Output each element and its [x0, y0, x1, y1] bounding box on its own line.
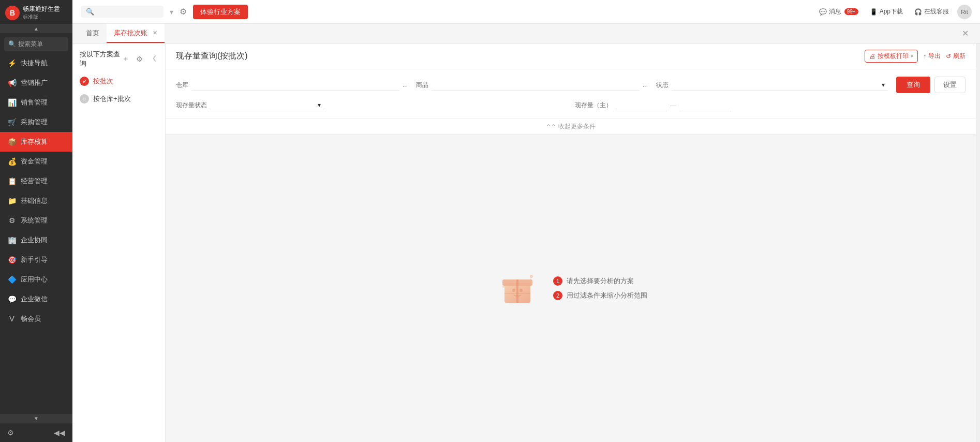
collapse-panel-btn[interactable]: 《	[147, 54, 158, 64]
export-btn[interactable]: ↑ 导出	[923, 52, 941, 61]
app-download-label: App下载	[880, 7, 903, 16]
warehouse-input[interactable]	[191, 79, 399, 91]
user-avatar[interactable]: Rit	[957, 5, 972, 19]
empty-box-svg	[494, 265, 541, 312]
sidebar-item-app-center[interactable]: 🔷 应用中心	[0, 270, 72, 289]
export-icon: ↑	[923, 53, 926, 60]
plan-label-by-warehouse-batch: 按仓库+批次	[93, 94, 131, 104]
sidebar-item-finance[interactable]: 💰 资金管理	[0, 152, 72, 171]
sidebar-item-label: 库存核算	[21, 137, 48, 146]
page-header: 现存量查询(按批次) 🖨 按模板打印 ▾ ↑ 导出 ↺ 刷新	[166, 43, 976, 69]
product-more-btn[interactable]: ...	[643, 81, 648, 89]
topbar-gear-icon[interactable]: ⚙	[180, 7, 187, 17]
footer-settings-icon[interactable]: ⚙	[7, 429, 14, 437]
filter-product-field: 商品 ...	[416, 79, 648, 91]
empty-step-2: 2 用过滤条件来缩小分析范围	[553, 291, 647, 300]
sidebar-item-purchase[interactable]: 🛒 采购管理	[0, 112, 72, 132]
collapse-label: 收起更多条件	[558, 122, 596, 131]
operations-icon: 📋	[7, 177, 17, 185]
sidebar-item-enterprise[interactable]: 🏢 企业协同	[0, 230, 72, 250]
add-plan-btn[interactable]: ＋	[121, 54, 131, 64]
system-icon: ⚙	[7, 216, 17, 225]
footer-collapse-icon[interactable]: ◀◀	[54, 429, 65, 437]
collapse-icon: 《	[149, 54, 156, 64]
refresh-label: 刷新	[953, 52, 966, 61]
tabs-close-all-btn[interactable]: ✕	[957, 24, 974, 43]
sidebar-item-basic-info[interactable]: 📁 基础信息	[0, 191, 72, 211]
inventory-qty-min-input[interactable]	[615, 99, 667, 111]
query-button[interactable]: 查询	[896, 77, 930, 93]
right-scrollbar[interactable]	[976, 43, 980, 442]
app-title: 畅康通好生意	[23, 5, 60, 13]
experience-industry-button[interactable]: 体验行业方案	[193, 5, 248, 19]
inventory-status-select[interactable]: ▾	[210, 99, 324, 111]
sidebar-search[interactable]: 🔍 搜索菜单	[4, 37, 68, 51]
app-logo: B	[5, 6, 20, 20]
sidebar-item-label: 经营管理	[21, 176, 48, 186]
sidebar-item-wechat[interactable]: 💬 企业微信	[0, 289, 72, 309]
sidebar-item-label: 销售管理	[21, 98, 48, 107]
search-icon: 🔍	[8, 40, 16, 48]
inventory-icon: 📦	[7, 138, 17, 146]
left-panel-actions: ＋ ⚙ 《	[121, 54, 158, 64]
warehouse-more-btn[interactable]: ...	[403, 81, 408, 89]
messages-label: 消息	[829, 7, 841, 16]
empty-steps: 1 请先选择要分析的方案 2 用过滤条件来缩小分析范围	[553, 276, 647, 300]
sidebar-item-label: 采购管理	[21, 117, 48, 127]
step-1-number: 1	[553, 276, 562, 286]
sidebar-item-label: 营销推广	[21, 78, 48, 87]
sidebar-item-newbie[interactable]: 🎯 新手引导	[0, 250, 72, 270]
tab-inventory-batch[interactable]: 库存批次账 ✕	[107, 24, 165, 43]
collapse-bar[interactable]: ⌃⌃ 收起更多条件	[166, 119, 976, 135]
finance-icon: 💰	[7, 157, 17, 166]
sidebar-item-system[interactable]: ⚙ 系统管理	[0, 211, 72, 230]
tab-close-icon[interactable]: ✕	[153, 30, 157, 36]
topbar-search-box[interactable]: 🔍	[81, 6, 164, 18]
sidebar-item-member[interactable]: V 畅会员	[0, 309, 72, 329]
sidebar-item-quick-nav[interactable]: ⚡ 快捷导航	[0, 53, 72, 73]
inventory-status-label: 现存量状态	[176, 101, 207, 110]
sidebar-scroll-up[interactable]: ▲	[0, 24, 72, 33]
status-dropdown-icon: ▾	[882, 81, 885, 89]
setting-button[interactable]: 设置	[934, 77, 966, 93]
online-service-btn[interactable]: 🎧 在线客服	[911, 5, 952, 18]
warehouse-label: 仓库	[176, 81, 188, 90]
plan-item-by-warehouse-batch[interactable]: ○ 按仓库+批次	[72, 90, 165, 108]
step-2-number: 2	[553, 291, 562, 300]
filter-area: 仓库 ... 商品 ... 状态 ▾	[166, 69, 976, 119]
plan-item-by-batch[interactable]: ✓ 按批次	[72, 72, 165, 90]
filter-status-field: 状态 ▾	[656, 79, 888, 91]
sidebar-item-inventory[interactable]: 📦 库存核算	[0, 132, 72, 152]
filter-action-btns: 查询 设置	[896, 77, 966, 93]
topbar-dropdown-icon[interactable]: ▾	[170, 8, 173, 16]
sidebar: B 畅康通好生意 标准版 ▲ 🔍 搜索菜单 ⚡ 快捷导航 📢 营销推广 📊 销售…	[0, 0, 72, 442]
svg-point-4	[530, 275, 533, 278]
inventory-qty-max-input[interactable]	[679, 99, 731, 111]
sidebar-item-operations[interactable]: 📋 经营管理	[0, 171, 72, 191]
filter-warehouse-field: 仓库 ...	[176, 79, 408, 91]
tab-home[interactable]: 首页	[79, 24, 107, 43]
sidebar-scroll-down[interactable]: ▼	[0, 414, 72, 423]
purchase-icon: 🛒	[7, 118, 17, 126]
app-download-btn[interactable]: 📱 App下载	[867, 5, 906, 18]
sidebar-item-label: 基础信息	[21, 196, 48, 205]
print-template-btn[interactable]: 🖨 按模板打印 ▾	[865, 50, 918, 63]
app-center-icon: 🔷	[7, 275, 17, 284]
product-input[interactable]	[432, 79, 640, 91]
print-icon: 🖨	[869, 53, 875, 60]
sidebar-item-marketing[interactable]: 📢 营销推广	[0, 73, 72, 93]
svg-point-5	[502, 286, 504, 288]
svg-rect-2	[516, 279, 518, 303]
status-label: 状态	[656, 81, 669, 90]
plan-settings-btn[interactable]: ⚙	[134, 54, 144, 64]
status-select[interactable]: ▾	[672, 79, 888, 91]
messages-btn[interactable]: 💬 消息 99+	[816, 5, 862, 18]
svg-point-6	[512, 289, 515, 292]
messages-badge: 99+	[844, 8, 858, 15]
filter-row-2: 现存量状态 ▾ 现存量（主） —	[176, 99, 966, 111]
sidebar-item-sales[interactable]: 📊 销售管理	[0, 93, 72, 112]
plan-label-by-batch: 按批次	[93, 77, 113, 86]
empty-state: 1 请先选择要分析的方案 2 用过滤条件来缩小分析范围	[166, 135, 976, 442]
topbar-search-input[interactable]	[97, 8, 149, 16]
refresh-btn[interactable]: ↺ 刷新	[946, 52, 966, 61]
